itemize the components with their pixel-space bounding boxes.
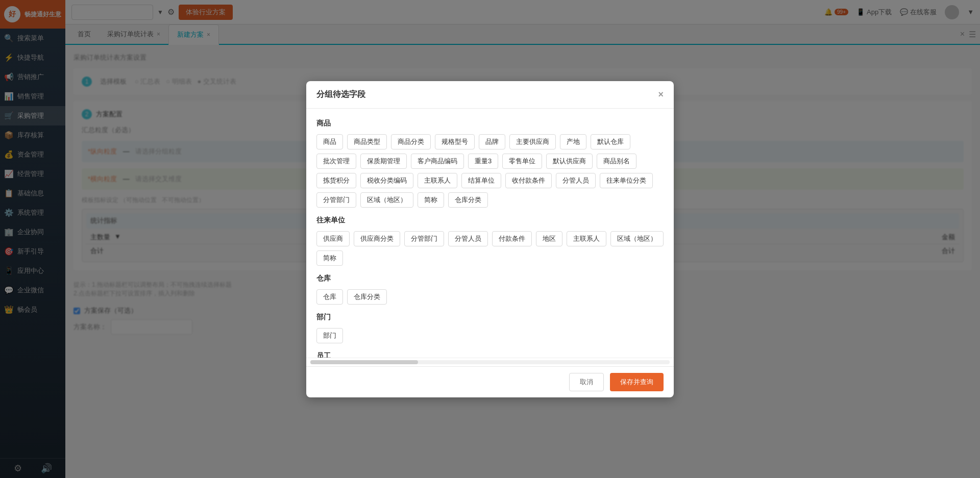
field-short-name[interactable]: 简称	[418, 192, 444, 208]
field-contact-person[interactable]: 主联系人	[418, 173, 457, 188]
field-default-supplier[interactable]: 默认供应商	[546, 154, 593, 169]
field-supplier-category[interactable]: 供应商分类	[354, 231, 400, 246]
field-product-category[interactable]: 商品分类	[391, 134, 431, 149]
field-product-type[interactable]: 商品类型	[347, 134, 387, 149]
field-area[interactable]: 地区	[536, 231, 562, 246]
field-abbr[interactable]: 简称	[316, 250, 343, 266]
field-pickup-points[interactable]: 拣货积分	[316, 173, 356, 188]
field-warehouse-category[interactable]: 仓库分类	[347, 289, 387, 305]
field-spec-type[interactable]: 规格型号	[435, 134, 475, 149]
field-customer-code[interactable]: 客户商品编码	[411, 154, 464, 169]
field-product[interactable]: 商品	[316, 134, 343, 149]
field-dept-mgmt[interactable]: 分管部门	[316, 192, 356, 208]
field-batch-mgmt[interactable]: 批次管理	[316, 154, 356, 169]
field-dept[interactable]: 分管部门	[404, 231, 444, 246]
field-region[interactable]: 区域（地区）	[360, 192, 413, 208]
field-weight3[interactable]: 重量3	[468, 154, 498, 169]
field-from-unit-category[interactable]: 往来单位分类	[600, 173, 653, 188]
field-quality-mgmt[interactable]: 保质期管理	[360, 154, 407, 169]
field-warehouse[interactable]: 仓库	[316, 289, 343, 305]
modal-title: 分组待选字段	[316, 89, 365, 100]
field-default-warehouse[interactable]: 默认仓库	[591, 134, 630, 149]
field-select-modal: 分组待选字段 × 商品 商品 商品类型 商品分类 规格型号 品牌 主要供应商 产…	[306, 81, 674, 397]
field-product-alias[interactable]: 商品别名	[597, 154, 636, 169]
section-department-title: 部门	[316, 313, 664, 322]
section-warehouse-title: 仓库	[316, 274, 664, 283]
section-product-title: 商品	[316, 119, 664, 128]
modal-footer: 取消 保存并查询	[306, 366, 674, 397]
modal-body[interactable]: 商品 商品 商品类型 商品分类 规格型号 品牌 主要供应商 产地 默认仓库 批次…	[306, 109, 674, 358]
product-field-group: 商品 商品类型 商品分类 规格型号 品牌 主要供应商 产地 默认仓库 批次管理 …	[316, 134, 664, 208]
field-main-supplier[interactable]: 主要供应商	[509, 134, 556, 149]
partner-field-group: 供应商 供应商分类 分管部门 分管人员 付款条件 地区 主联系人 区域（地区） …	[316, 231, 664, 266]
section-partner-title: 往来单位	[316, 216, 664, 225]
modal-overlay: 分组待选字段 × 商品 商品 商品类型 商品分类 规格型号 品牌 主要供应商 产…	[0, 0, 980, 478]
field-settlement-unit[interactable]: 结算单位	[461, 173, 501, 188]
field-department[interactable]: 部门	[316, 328, 343, 343]
horizontal-scrollbar[interactable]	[310, 360, 670, 364]
field-main-contact[interactable]: 主联系人	[567, 231, 606, 246]
warehouse-field-group: 仓库 仓库分类	[316, 289, 664, 305]
section-employee-title: 员工	[316, 351, 664, 358]
field-payment-terms[interactable]: 收付款条件	[505, 173, 552, 188]
department-field-group: 部门	[316, 328, 664, 343]
modal-header: 分组待选字段 ×	[306, 81, 674, 109]
modal-close-button[interactable]: ×	[658, 89, 664, 100]
field-origin[interactable]: 产地	[560, 134, 586, 149]
field-brand[interactable]: 品牌	[479, 134, 505, 149]
confirm-button[interactable]: 保存并查询	[610, 373, 664, 391]
field-payment-cond[interactable]: 付款条件	[492, 231, 532, 246]
field-manager[interactable]: 分管人员	[556, 173, 596, 188]
field-retail-unit[interactable]: 零售单位	[502, 154, 542, 169]
field-supplier[interactable]: 供应商	[316, 231, 350, 246]
field-dept-person[interactable]: 分管人员	[448, 231, 488, 246]
field-warehouse-cat[interactable]: 仓库分类	[448, 192, 488, 208]
cancel-button[interactable]: 取消	[569, 373, 604, 391]
field-region2[interactable]: 区域（地区）	[610, 231, 664, 246]
field-tax-code[interactable]: 税收分类编码	[360, 173, 413, 188]
